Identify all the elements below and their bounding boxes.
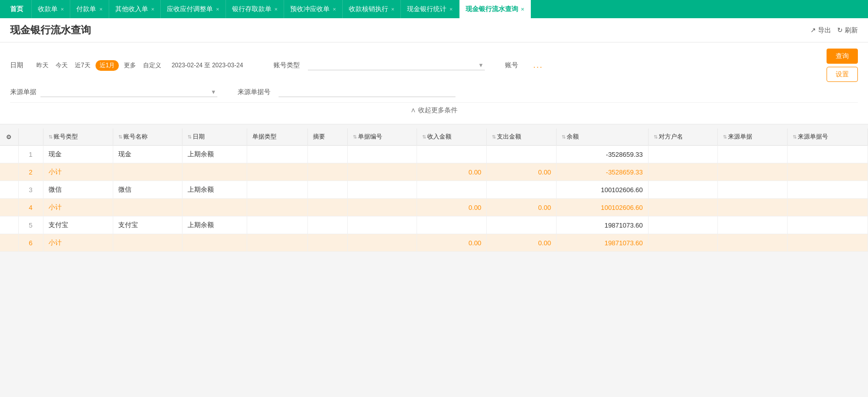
close-icon[interactable]: × (216, 6, 219, 12)
close-icon[interactable]: × (275, 6, 278, 12)
cell-income: 0.00 (417, 234, 487, 252)
chevron-down-icon: ▾ (479, 61, 483, 69)
nav-tab-cash-stats[interactable]: 现金银行统计 × (401, 0, 459, 18)
row-gear (0, 181, 18, 199)
close-icon[interactable]: × (333, 6, 336, 12)
cell-counterparty (648, 234, 718, 252)
date-btn-7days[interactable]: 近7天 (73, 60, 93, 71)
table-header-row: ⚙ ⇅账号类型 ⇅账号名称 ⇅日期 单据类型 摘要 ⇅单据编号 ⇅收入金额 ⇅支… (0, 128, 868, 146)
settings-button[interactable]: 设置 (827, 67, 858, 82)
date-btn-1month[interactable]: 近1月 (96, 60, 119, 71)
row-gear (0, 216, 18, 234)
cell-doc-no (347, 146, 417, 163)
cell-summary (308, 146, 347, 163)
nav-tab-bank-deposit[interactable]: 银行存取款单 × (226, 0, 284, 18)
nav-tab-verification[interactable]: 收款核销执行 × (343, 0, 401, 18)
th-gear[interactable]: ⚙ (0, 128, 18, 146)
close-icon[interactable]: × (151, 6, 154, 12)
th-counterparty[interactable]: ⇅对方户名 (648, 128, 718, 146)
top-navigation: 首页 收款单 × 付款单 × 其他收入单 × 应收应付调整单 × 银行存取款单 … (0, 0, 868, 18)
page-title: 现金银行流水查询 (10, 23, 91, 37)
cell-counterparty (648, 146, 718, 163)
close-icon[interactable]: × (449, 6, 452, 12)
nav-tab-receipt[interactable]: 收款单 × (32, 0, 70, 18)
nav-tab-payment[interactable]: 付款单 × (70, 0, 109, 18)
cell-source-doc-no (788, 146, 868, 163)
th-account-type[interactable]: ⇅账号类型 (43, 128, 113, 146)
dots-button[interactable]: ... (533, 61, 543, 70)
table-row: 5 支付宝 支付宝 上期余额 19871073.60 (0, 216, 868, 234)
cell-balance: 19871073.60 (556, 234, 648, 252)
cell-doc-type (247, 199, 307, 216)
date-btn-yesterday[interactable]: 昨天 (34, 60, 51, 71)
cell-balance: 19871073.60 (556, 216, 648, 234)
nav-tab-adjustment[interactable]: 应收应付调整单 × (161, 0, 225, 18)
cell-expense (487, 146, 557, 163)
account-type-label: 账号类型 (273, 61, 300, 70)
cell-income (417, 146, 487, 163)
data-table-container: ⚙ ⇅账号类型 ⇅账号名称 ⇅日期 单据类型 摘要 ⇅单据编号 ⇅收入金额 ⇅支… (0, 128, 868, 252)
source-doc-num-input[interactable] (279, 87, 455, 97)
th-source-doc-no[interactable]: ⇅来源单据号 (788, 128, 868, 146)
chevron-down-icon: ▾ (212, 88, 215, 96)
cell-doc-no (347, 199, 417, 216)
cell-doc-no (347, 163, 417, 181)
cell-source-doc-no (788, 216, 868, 234)
nav-tab-cash-flow[interactable]: 现金银行流水查询 × (460, 0, 531, 18)
cell-source-doc-no (788, 181, 868, 199)
cell-account-type: 支付宝 (43, 216, 113, 234)
date-btn-today[interactable]: 今天 (54, 60, 70, 71)
page-header: 现金银行流水查询 ↗ 导出 ↻ 刷新 (0, 18, 868, 42)
cell-balance: -3528659.33 (556, 163, 648, 181)
close-icon[interactable]: × (521, 6, 524, 12)
date-btn-custom[interactable]: 自定义 (141, 60, 163, 71)
cell-summary (308, 181, 347, 199)
cell-summary (308, 163, 347, 181)
cell-account-name: 现金 (113, 146, 182, 163)
query-button[interactable]: 查询 (827, 49, 858, 64)
th-income[interactable]: ⇅收入金额 (417, 128, 487, 146)
table-row: 3 微信 微信 上期余额 100102606.60 (0, 181, 868, 199)
nav-tab-advance[interactable]: 预收冲应收单 × (284, 0, 342, 18)
close-icon[interactable]: × (99, 6, 102, 12)
th-balance[interactable]: ⇅余额 (556, 128, 648, 146)
cell-expense: 0.00 (487, 199, 557, 216)
cell-account-type: 微信 (43, 181, 113, 199)
th-expense[interactable]: ⇅支出金额 (487, 128, 557, 146)
collapse-bar[interactable]: ∧ 收起更多条件 (10, 102, 858, 118)
data-table: ⚙ ⇅账号类型 ⇅账号名称 ⇅日期 单据类型 摘要 ⇅单据编号 ⇅收入金额 ⇅支… (0, 128, 868, 252)
cell-account-type: 小计 (43, 234, 113, 252)
export-button[interactable]: ↗ 导出 (810, 26, 831, 35)
cell-balance: 100102606.60 (556, 199, 648, 216)
row-num: 4 (18, 199, 43, 216)
th-doc-no[interactable]: ⇅单据编号 (347, 128, 417, 146)
cell-account-type: 小计 (43, 163, 113, 181)
th-doc-type: 单据类型 (247, 128, 307, 146)
nav-tab-home[interactable]: 首页 (2, 0, 32, 18)
cell-account-name: 微信 (113, 181, 182, 199)
cell-account-name (113, 163, 182, 181)
account-label: 账号 (505, 61, 525, 70)
nav-tab-other-income[interactable]: 其他收入单 × (109, 0, 161, 18)
export-icon: ↗ (810, 26, 816, 34)
cell-expense (487, 216, 557, 234)
cell-expense: 0.00 (487, 234, 557, 252)
cell-expense: 0.00 (487, 163, 557, 181)
th-date[interactable]: ⇅日期 (182, 128, 247, 146)
cell-source-doc (718, 234, 788, 252)
row-gear (0, 146, 18, 163)
date-range-display: 2023-02-24 至 2023-03-24 (171, 61, 243, 70)
cell-source-doc (718, 216, 788, 234)
account-type-select[interactable]: ▾ (308, 60, 485, 70)
cell-date (182, 163, 247, 181)
date-btn-more[interactable]: 更多 (122, 60, 138, 71)
close-icon[interactable]: × (391, 6, 394, 12)
th-source-doc[interactable]: ⇅来源单据 (718, 128, 788, 146)
row-num: 2 (18, 163, 43, 181)
refresh-button[interactable]: ↻ 刷新 (837, 26, 858, 35)
cell-account-type: 小计 (43, 199, 113, 216)
filter-area: 日期 昨天 今天 近7天 近1月 更多 自定义 2023-02-24 至 202… (0, 42, 868, 124)
close-icon[interactable]: × (61, 6, 64, 12)
source-doc-select[interactable]: ▾ (40, 87, 217, 97)
th-account-name[interactable]: ⇅账号名称 (113, 128, 182, 146)
